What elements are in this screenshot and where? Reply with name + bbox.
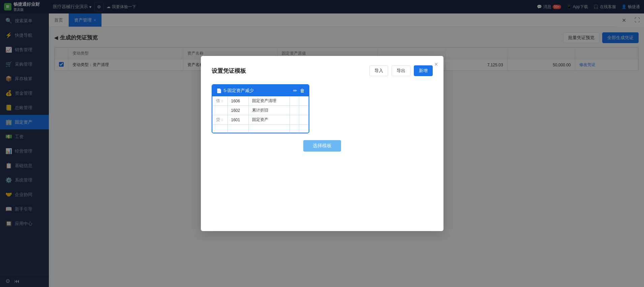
debit-label: 借： [212,96,227,106]
credit1-name: 固定资产 [249,115,290,125]
template-card-header: 📄 5-固定资产减少 ✏ 🗑 [212,85,309,96]
select-template-btn[interactable]: 选择模板 [303,140,341,152]
modal-overlay[interactable]: 设置凭证模板 导入 导出 新增 × 📄 5-固定资产减少 [0,0,644,287]
template-inner-table: 借： 1606 固定资产清理 1602 累计折旧 [212,96,309,133]
debit1-name: 固定资产清理 [249,96,290,106]
credit-label: 贷： [212,115,227,125]
debit1-amt [290,96,299,106]
template-title: 5-固定资产减少 [224,88,254,94]
modal-dialog: 设置凭证模板 导入 导出 新增 × 📄 5-固定资产减少 [201,56,443,231]
debit2-amt2 [299,106,308,115]
credit1-amt2 [299,115,308,125]
template-doc-icon: 📄 [216,88,222,93]
edit-template-icon[interactable]: ✏ [293,88,297,93]
delete-template-icon[interactable]: 🗑 [300,88,305,93]
debit2-name: 累计折旧 [249,106,290,115]
debit2-amt [290,106,299,115]
credit1-code: 1601 [227,115,249,125]
template-card: 📄 5-固定资产减少 ✏ 🗑 借： 1606 [212,84,309,133]
template-card-header-left: 📄 5-固定资产减少 [216,88,254,94]
modal-header-actions: 导入 导出 新增 [369,65,433,76]
import-btn[interactable]: 导入 [369,65,388,76]
template-row-debit1: 借： 1606 固定资产清理 [212,96,308,106]
template-row-empty [212,125,308,133]
credit1-amt [290,115,299,125]
modal-header: 设置凭证模板 导入 导出 新增 [212,65,433,76]
template-row-debit2: 1602 累计折旧 [212,106,308,115]
modal-close-btn[interactable]: × [434,61,438,67]
debit1-code: 1606 [227,96,249,106]
template-card-actions: ✏ 🗑 [293,88,305,93]
debit2-code: 1602 [227,106,249,115]
modal-title: 设置凭证模板 [212,67,246,75]
debit1-amt2 [299,96,308,106]
new-btn[interactable]: 新增 [414,65,433,76]
export-btn[interactable]: 导出 [392,65,410,76]
debit2-empty [212,106,227,115]
template-list: 📄 5-固定资产减少 ✏ 🗑 借： 1606 [212,84,433,133]
template-row-credit1: 贷： 1601 固定资产 [212,115,308,125]
